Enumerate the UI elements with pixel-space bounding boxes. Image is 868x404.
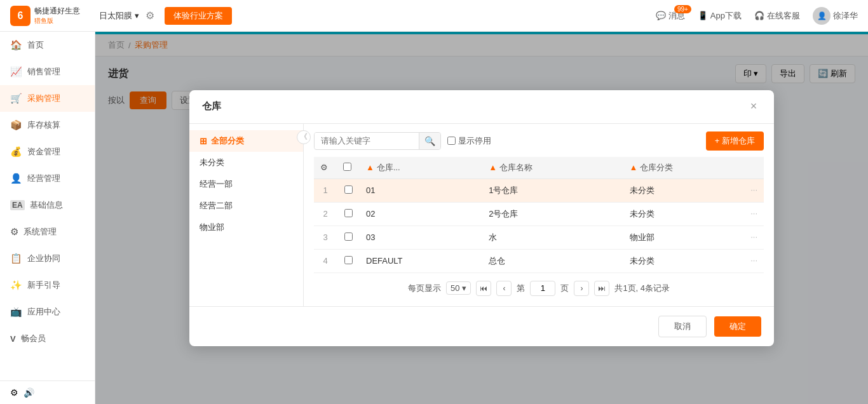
row-name: 2号仓库	[482, 202, 623, 226]
sidebar-item-sales[interactable]: 📈 销售管理	[0, 58, 95, 85]
page-input[interactable]	[530, 281, 555, 296]
sidebar-item-management[interactable]: 👤 经营管理	[0, 165, 95, 192]
table-row[interactable]: 2 02 2号仓库 未分类···	[314, 202, 764, 226]
table-area: 🔍 显示停用 + 新增仓库	[304, 124, 774, 306]
table-header-row: ⚙ ▲仓库... ▲仓库名称 ▲仓库分类	[314, 157, 764, 179]
member-icon: V	[10, 334, 16, 344]
th-code: ▲仓库...	[360, 157, 482, 179]
sidebar-sound-icon[interactable]: 🔊	[24, 387, 34, 398]
row-index: 4	[314, 249, 337, 273]
select-all-checkbox[interactable]	[343, 163, 351, 171]
cat-item-dept2[interactable]: 经营二部	[189, 195, 303, 217]
row-name: 1号仓库	[482, 178, 623, 202]
add-warehouse-btn[interactable]: + 新增仓库	[706, 131, 764, 151]
row-index: 2	[314, 202, 337, 226]
layout: 🏠 首页 📈 销售管理 🛒 采购管理 📦 库存核算 💰 资金管理 👤 经营管理 …	[0, 32, 868, 404]
topbar: 6 畅捷通好生意 猎鱼版 日太阳膜 ▾ ⚙ 体验行业方案 💬 消息 99+ 📱 …	[0, 0, 868, 32]
messages-btn[interactable]: 💬 消息 99+	[656, 10, 685, 22]
row-checkbox[interactable]	[337, 249, 360, 273]
guide-icon: ✨	[10, 279, 22, 291]
sidebar-label-finance: 资金管理	[27, 146, 60, 158]
row-code: 02	[360, 202, 482, 226]
show-disabled-label[interactable]: 显示停用	[447, 135, 491, 147]
modal-footer: 取消 确定	[189, 306, 774, 346]
sidebar-item-purchase[interactable]: 🛒 采购管理	[0, 85, 95, 112]
sidebar-item-inventory[interactable]: 📦 库存核算	[0, 112, 95, 138]
modal-overlay: 仓库 × 《 ⊞ 全部分类 未分类 经营一部 经营二部	[95, 32, 868, 404]
th-gear: ⚙	[314, 157, 337, 179]
search-box: 🔍	[314, 132, 441, 150]
sidebar-item-system[interactable]: ⚙ 系统管理	[0, 219, 95, 245]
sidebar-label-purchase: 采购管理	[27, 93, 60, 104]
modal-close-btn[interactable]: ×	[746, 99, 761, 114]
cat-item-all[interactable]: ⊞ 全部分类	[189, 130, 303, 152]
sidebar-item-enterprise[interactable]: 📋 企业协同	[0, 245, 95, 272]
cat-item-unclassified[interactable]: 未分类	[189, 152, 303, 173]
table-row[interactable]: 3 03 水 物业部···	[314, 226, 764, 249]
sidebar-label-apps: 应用中心	[27, 306, 60, 318]
app-download-btn[interactable]: 📱 App下载	[698, 10, 742, 22]
cancel-btn[interactable]: 取消	[658, 316, 707, 337]
row-checkbox[interactable]	[337, 226, 360, 249]
cat-item-property[interactable]: 物业部	[189, 217, 303, 238]
warehouse-table: ⚙ ▲仓库... ▲仓库名称 ▲仓库分类 1 01 1号仓库	[314, 157, 764, 273]
pagination: 每页显示 50 ▾ ⏮ ‹ 第 页 › ⏭ 共1页	[314, 273, 764, 299]
sidebar-settings-icon[interactable]: ⚙	[10, 387, 18, 398]
sidebar-label-enterprise: 企业协同	[27, 253, 60, 264]
total-info: 共1页, 4条记录	[614, 283, 670, 294]
trial-btn[interactable]: 体验行业方案	[165, 7, 232, 25]
modal-body: 《 ⊞ 全部分类 未分类 经营一部 经营二部 物业部	[189, 124, 774, 306]
row-code: 03	[360, 226, 482, 249]
sidebar-item-guide[interactable]: ✨ 新手引导	[0, 272, 95, 299]
sidebar-item-finance[interactable]: 💰 资金管理	[0, 138, 95, 165]
search-btn[interactable]: 🔍	[419, 133, 440, 149]
confirm-btn[interactable]: 确定	[714, 316, 761, 337]
sidebar-item-home[interactable]: 🏠 首页	[0, 32, 95, 58]
row-index: 3	[314, 226, 337, 249]
row-category: 未分类···	[623, 178, 764, 202]
page-label-pre: 第	[517, 283, 525, 294]
sidebar-item-apps[interactable]: 📺 应用中心	[0, 299, 95, 325]
purchase-icon: 🛒	[10, 93, 22, 104]
avatar: 👤	[813, 7, 831, 25]
sidebar-item-member[interactable]: V 畅会员	[0, 325, 95, 352]
cat-item-dept1[interactable]: 经营一部	[189, 173, 303, 195]
modal-header: 仓库 ×	[189, 90, 774, 124]
first-page-btn[interactable]: ⏮	[476, 281, 491, 296]
modal-title: 仓库	[202, 100, 221, 112]
per-page-select[interactable]: 50 ▾	[446, 281, 471, 295]
page-label-post: 页	[560, 283, 569, 294]
online-service-btn[interactable]: 🎧 在线客服	[754, 10, 800, 22]
cat-collapse-btn[interactable]: 《	[297, 130, 311, 144]
warehouse-modal: 仓库 × 《 ⊞ 全部分类 未分类 经营一部 经营二部	[189, 90, 774, 346]
row-index: 1	[314, 178, 337, 202]
prev-page-btn[interactable]: ‹	[496, 281, 512, 296]
row-category: 物业部···	[623, 226, 764, 249]
row-category: 未分类···	[623, 249, 764, 273]
home-icon: 🏠	[10, 39, 22, 51]
sidebar-label-sales: 销售管理	[27, 66, 60, 77]
sidebar-item-basic[interactable]: EA 基础信息	[0, 192, 95, 219]
next-page-btn[interactable]: ›	[574, 281, 589, 296]
show-disabled-checkbox[interactable]	[447, 137, 456, 145]
topbar-right: 💬 消息 99+ 📱 App下载 🎧 在线客服 👤 徐泽华	[656, 7, 858, 25]
row-name: 水	[482, 226, 623, 249]
settings-icon[interactable]: ⚙	[146, 10, 154, 22]
management-icon: 👤	[10, 173, 22, 184]
last-page-btn[interactable]: ⏭	[594, 281, 609, 296]
grid-icon: ⊞	[200, 136, 207, 146]
table-container: ⚙ ▲仓库... ▲仓库名称 ▲仓库分类 1 01 1号仓库	[314, 157, 764, 273]
row-checkbox[interactable]	[337, 178, 360, 202]
brand-text: 畅捷通好生意 猎鱼版	[34, 6, 80, 25]
store-selector[interactable]: 日太阳膜 ▾	[99, 10, 139, 22]
row-code: DEFAULT	[360, 249, 482, 273]
sidebar-label-system: 系统管理	[24, 226, 57, 238]
table-toolbar: 🔍 显示停用 + 新增仓库	[314, 131, 764, 151]
search-input[interactable]	[315, 133, 419, 149]
user-avatar[interactable]: 👤 徐泽华	[813, 7, 858, 25]
table-row[interactable]: 1 01 1号仓库 未分类···	[314, 178, 764, 202]
basic-info-icon: EA	[10, 200, 25, 210]
table-row[interactable]: 4 DEFAULT 总仓 未分类···	[314, 249, 764, 273]
sidebar-label-member: 畅会员	[21, 333, 46, 344]
row-checkbox[interactable]	[337, 202, 360, 226]
